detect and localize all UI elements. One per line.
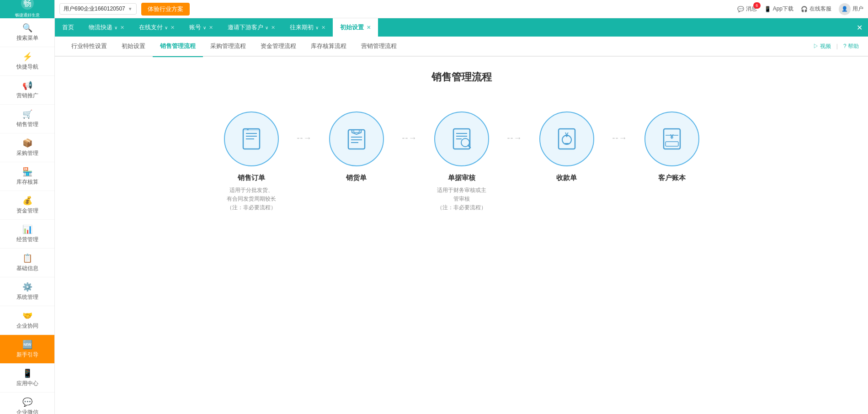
- search-icon: 🔍: [22, 23, 32, 33]
- flow-circle-sales-order: [224, 111, 279, 166]
- sidebar-item-new-guide[interactable]: 🆕新手引导: [0, 335, 54, 364]
- sidebar-item-corp-wechat[interactable]: 💬企业微信: [0, 393, 54, 414]
- nav-tab-payment[interactable]: 在线支付∨✕: [132, 18, 182, 37]
- tab-close-payment[interactable]: ✕: [170, 25, 175, 31]
- user-selector[interactable]: 用户690企业1660120507 ▼: [59, 3, 137, 15]
- new-guide-icon: 🆕: [22, 340, 32, 350]
- app-download-item[interactable]: 📱 App下载: [764, 5, 793, 13]
- flow-arrow-4: - - →: [608, 111, 631, 143]
- sidebar-label-corp-coop: 企业协同: [16, 322, 38, 330]
- nav-tab-home[interactable]: 首页: [55, 18, 81, 37]
- flow-title-customer-ledger: 客户账本: [658, 174, 686, 182]
- flow-circle-sales-delivery: [329, 111, 384, 166]
- sub-tabs: 行业特性设置初始设置销售管理流程采购管理流程资金管理流程库存核算流程营销管理流程…: [55, 37, 868, 57]
- flow-item-audit[interactable]: 单据审核 适用于财务审核或主管审核（注：非必要流程）: [421, 111, 503, 212]
- dropdown-arrow-icon: ▼: [128, 6, 133, 11]
- online-service-item[interactable]: 🎧 在线客服: [801, 5, 831, 13]
- sidebar-item-sales-mgmt[interactable]: 🛒销售管理: [0, 105, 54, 133]
- purchase-mgmt-icon: 📦: [22, 138, 32, 148]
- sidebar-item-ops-mgmt[interactable]: 📊经营管理: [0, 220, 54, 249]
- svg-text:¥: ¥: [565, 131, 569, 138]
- sub-tab-label-industry: 行业特性设置: [71, 42, 107, 50]
- flow-item-customer-ledger[interactable]: ¥ 客户账本: [631, 111, 713, 186]
- user-profile-item[interactable]: 👤 用户: [839, 3, 863, 15]
- sidebar-item-quick-nav[interactable]: ⚡快捷导航: [0, 47, 54, 76]
- tab-arrow-logistics: ∨: [114, 25, 117, 30]
- svg-rect-24: [666, 142, 678, 146]
- dashed-arrow-icon: - - →: [297, 133, 311, 143]
- tab-close-account[interactable]: ✕: [209, 25, 213, 31]
- sidebar-item-search[interactable]: 🔍搜索菜单: [0, 18, 54, 47]
- sidebar-item-finance[interactable]: 💰资金管理: [0, 191, 54, 220]
- sidebar-label-corp-wechat: 企业微信: [16, 409, 38, 414]
- online-service-label: 在线客服: [809, 5, 831, 13]
- flow-arrow-1: - - →: [293, 111, 315, 143]
- tab-close-logistics[interactable]: ✕: [120, 25, 124, 31]
- app-download-icon: 📱: [764, 6, 771, 12]
- sub-tab-init-settings[interactable]: 初始设置: [114, 36, 153, 56]
- sys-mgmt-icon: ⚙️: [22, 282, 32, 292]
- flow-diagram: 销售订单 适用于分批发货、有合同发货周期较长（注：非必要流程） - - → 销货…: [55, 93, 868, 231]
- nav-tab-label-logistics: 物流快递: [89, 23, 112, 32]
- user-name-label: 用户: [852, 5, 863, 13]
- sub-tab-purchase-flow[interactable]: 采购管理流程: [203, 36, 253, 56]
- sub-tab-label-sales-flow: 销售管理流程: [160, 42, 196, 50]
- play-icon: ▷: [813, 43, 819, 49]
- nav-tab-invite[interactable]: 邀请下游客户∨✕: [220, 18, 282, 37]
- nav-tab-init[interactable]: 初始设置✕: [333, 18, 378, 37]
- question-icon: ?: [843, 43, 847, 49]
- tab-arrow-invite: ∨: [265, 25, 268, 30]
- nav-tab-account[interactable]: 账号∨✕: [182, 18, 220, 37]
- sidebar-label-ops-mgmt: 经营管理: [16, 236, 38, 244]
- tab-close-period[interactable]: ✕: [321, 25, 325, 31]
- sidebar-item-inventory[interactable]: 🏪库存核算: [0, 162, 54, 191]
- svg-text:畅: 畅: [23, 0, 32, 8]
- sidebar-item-marketing-promo[interactable]: 📢营销推广: [0, 76, 54, 105]
- sidebar-item-basic-info[interactable]: 📋基础信息: [0, 249, 54, 277]
- nav-tab-label-home: 首页: [62, 23, 74, 32]
- message-item[interactable]: 💬 消息 6: [737, 5, 757, 13]
- sidebar-item-sys-mgmt[interactable]: ⚙️系统管理: [0, 277, 54, 306]
- flow-item-sales-order[interactable]: 销售订单 适用于分批发货、有合同发货周期较长（注：非必要流程）: [210, 111, 293, 212]
- sub-tab-industry[interactable]: 行业特性设置: [64, 36, 114, 56]
- tab-close-init[interactable]: ✕: [367, 25, 371, 31]
- ops-mgmt-icon: 📊: [22, 224, 32, 234]
- dashed-arrow-icon: - - →: [507, 133, 521, 143]
- sidebar-item-app-center[interactable]: 📱应用中心: [0, 364, 54, 393]
- flow-circle-customer-ledger: ¥: [644, 111, 699, 166]
- marketing-promo-icon: 📢: [22, 80, 32, 90]
- flow-item-sales-delivery[interactable]: 销货单: [315, 111, 398, 186]
- svg-rect-6: [243, 128, 260, 131]
- sidebar-logo: 畅 畅捷通好生意 标准版: [0, 0, 54, 18]
- sidebar-label-search: 搜索菜单: [16, 34, 38, 42]
- sidebar-item-corp-coop[interactable]: 🤝企业协同: [0, 306, 54, 335]
- sub-tab-sales-flow[interactable]: 销售管理流程: [153, 36, 203, 56]
- headset-icon: 🎧: [801, 6, 808, 12]
- help-link[interactable]: ? 帮助: [843, 42, 859, 50]
- sidebar-item-purchase-mgmt[interactable]: 📦采购管理: [0, 133, 54, 162]
- sidebar-label-marketing-promo: 营销推广: [16, 92, 38, 100]
- sub-tab-label-marketing-flow: 营销管理流程: [361, 42, 397, 50]
- sub-tab-inventory-flow[interactable]: 库存核算流程: [304, 36, 354, 56]
- tab-arrow-account: ∨: [203, 25, 206, 30]
- sub-tab-finance-flow[interactable]: 资金管理流程: [253, 36, 304, 56]
- close-all-tabs-button[interactable]: ✕: [851, 18, 868, 37]
- flow-item-receipt[interactable]: ¥ 收款单: [526, 111, 608, 186]
- tab-arrow-period: ∨: [315, 25, 319, 30]
- sub-tab-marketing-flow[interactable]: 营销管理流程: [354, 36, 404, 56]
- flow-title-sales-order: 销售订单: [238, 174, 265, 182]
- message-badge: 6: [753, 2, 761, 9]
- sidebar-label-finance: 资金管理: [16, 207, 38, 215]
- tab-close-invite[interactable]: ✕: [271, 25, 275, 31]
- quick-nav-icon: ⚡: [22, 52, 32, 62]
- flow-title-audit: 单据审核: [448, 174, 475, 182]
- message-icon: 💬: [737, 6, 744, 12]
- sidebar-label-new-guide: 新手引导: [16, 351, 38, 359]
- video-link[interactable]: ▷ 视频: [813, 42, 831, 50]
- trial-button[interactable]: 体验行业方案: [141, 3, 190, 16]
- sub-tab-label-purchase-flow: 采购管理流程: [210, 42, 246, 50]
- nav-tab-logistics[interactable]: 物流快递∨✕: [81, 18, 132, 37]
- nav-tab-period[interactable]: 往来期初∨✕: [282, 18, 333, 37]
- flow-circle-receipt: ¥: [539, 111, 594, 166]
- dashed-arrow-icon: - - →: [402, 133, 416, 143]
